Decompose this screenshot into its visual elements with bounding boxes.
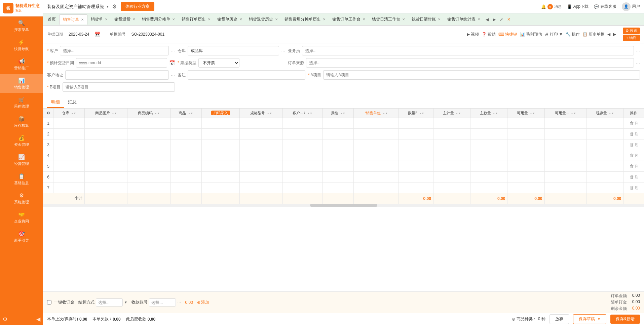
col-code-header[interactable]: 商品编码 ▲▼ [127,109,170,118]
row-scan-7[interactable] [201,182,239,193]
customer-dots[interactable]: ··· [171,48,175,53]
sidebar-item-销售管理[interactable]: 📊销售管理 [0,74,43,93]
row-available2-7[interactable] [544,182,586,193]
row-scan-3[interactable] [201,139,239,150]
payment-arrow-icon[interactable]: ▼ [124,300,127,304]
row-spec-6[interactable] [240,172,282,182]
shortcut-btn[interactable]: ⌨快捷键 [498,32,517,37]
settings-form-btn[interactable]: ⚙ 设置 [623,28,640,34]
print-btn[interactable]: 🖨打印▼ [545,32,563,37]
tab-prev-btn[interactable]: ◀ [484,16,491,23]
row-spec-2[interactable] [240,129,282,139]
row-code-3[interactable] [127,139,170,150]
row-code-6[interactable] [127,172,170,182]
tab-close-1[interactable]: ✕ [81,18,84,22]
tab-10[interactable]: 钱货日清工作台✕ [369,14,408,24]
sidebar-item-新手引导[interactable]: 🎯新手引导 [0,227,43,246]
sidebar-item-营销推广[interactable]: 📢营销推广 [0,55,43,74]
row-main-unit-1[interactable] [433,118,470,129]
row-delete-icon-6[interactable]: 🗑 [630,174,634,179]
row-scan-6[interactable] [201,172,239,182]
salesperson-dots[interactable]: ··· [636,48,640,53]
col-settings-header[interactable]: ⚙ [43,109,53,118]
row-qty2-1[interactable] [399,118,433,129]
row-copy-icon-1[interactable]: ⎘ [635,121,638,126]
row-stock-7[interactable] [586,182,623,193]
row-main-unit-6[interactable] [433,172,470,182]
row-spec-3[interactable] [240,139,282,150]
row-scan-1[interactable] [201,118,239,129]
note-input[interactable] [188,70,305,80]
nav-next-icon[interactable]: ▶ [613,32,616,37]
address-input[interactable] [65,70,169,80]
row-customer-code-3[interactable] [282,139,322,150]
col-product-header[interactable]: 商品 ▲▼ [170,109,201,118]
row-delete-icon-1[interactable]: 🗑 [630,121,634,126]
row-main-qty-4[interactable] [470,150,507,161]
tab-close-9[interactable]: ✕ [363,17,365,21]
row-available2-4[interactable] [544,150,586,161]
row-main-qty-6[interactable] [470,172,507,182]
row-product-6[interactable] [170,172,201,182]
row-product-1[interactable] [170,118,201,129]
row-image-7[interactable] [85,182,127,193]
tab-close-11[interactable]: ✕ [438,17,441,21]
account-dots[interactable]: ··· [177,300,181,305]
row-stock-1[interactable] [586,118,623,129]
settings-icon[interactable]: ⚙ [3,316,7,322]
sidebar-item-搜索菜单[interactable]: 🔍搜索菜单 [0,16,43,36]
row-stock-2[interactable] [586,129,623,139]
row-qty2-4[interactable] [399,150,433,161]
tab-close-10[interactable]: ✕ [402,17,405,21]
row-stock-5[interactable] [586,161,623,172]
row-available2-2[interactable] [544,129,586,139]
row-customer-code-7[interactable] [282,182,322,193]
row-available-3[interactable] [507,139,544,150]
col-image-header[interactable]: 商品图片 ▲▼ [85,109,127,118]
row-main-qty-2[interactable] [470,129,507,139]
order-source-input[interactable] [306,58,634,68]
row-copy-icon-4[interactable]: ⎘ [635,153,638,158]
col-main-qty-header[interactable]: 主数量 ▲▼ [470,109,507,118]
discard-button[interactable]: 放弃 [550,314,569,324]
row-customer-code-5[interactable] [282,161,322,172]
tab-close-12[interactable]: ✕ [478,17,480,21]
topbar-gear-icon[interactable]: ⚙ [112,3,117,10]
save-draft-button[interactable]: 保存草稿 ▼ [573,314,606,324]
row-qty2-7[interactable] [399,182,433,193]
row-available-6[interactable] [507,172,544,182]
row-code-5[interactable] [127,161,170,172]
address-dots[interactable]: ··· [171,72,175,78]
row-delete-icon-5[interactable]: 🗑 [630,164,634,169]
row-attr-6[interactable] [323,172,354,182]
sidebar-item-经营管理[interactable]: 📈经营管理 [0,151,43,170]
col-available-header[interactable]: 可用量 ▲▼ [507,109,544,118]
row-customer-code-6[interactable] [282,172,322,182]
row-scan-4[interactable] [201,150,239,161]
col-warehouse-header[interactable]: 仓库 ▲▼ [53,109,85,118]
online-service-item[interactable]: 💬 在线客服 [594,4,616,9]
row-unit-7[interactable] [354,182,399,193]
row-main-unit-5[interactable] [433,161,470,172]
warehouse-dots[interactable]: ··· [281,48,285,53]
row-attr-1[interactable] [323,118,354,129]
b-project-input[interactable] [63,82,175,92]
row-available2-5[interactable] [544,161,586,172]
delivery-calendar-icon[interactable]: 📅 [169,60,175,66]
add-btn[interactable]: ⊕ 添加 [197,299,209,305]
row-attr-3[interactable] [323,139,354,150]
row-unit-1[interactable] [354,118,399,129]
sidebar-item-库存核算[interactable]: 📦库存核算 [0,112,43,131]
row-image-2[interactable] [85,129,127,139]
row-copy-icon-6[interactable]: ⎘ [635,174,638,179]
row-warehouse-5[interactable] [53,161,85,172]
row-code-2[interactable] [127,129,170,139]
row-stock-6[interactable] [586,172,623,182]
row-main-unit-2[interactable] [433,129,470,139]
row-attr-4[interactable] [323,150,354,161]
row-main-qty-3[interactable] [470,139,507,150]
row-available2-6[interactable] [544,172,586,182]
row-available2-3[interactable] [544,139,586,150]
nav-prev-icon[interactable]: ◀ [607,32,610,37]
sidebar-item-基础信息[interactable]: 📋基础信息 [0,170,43,189]
